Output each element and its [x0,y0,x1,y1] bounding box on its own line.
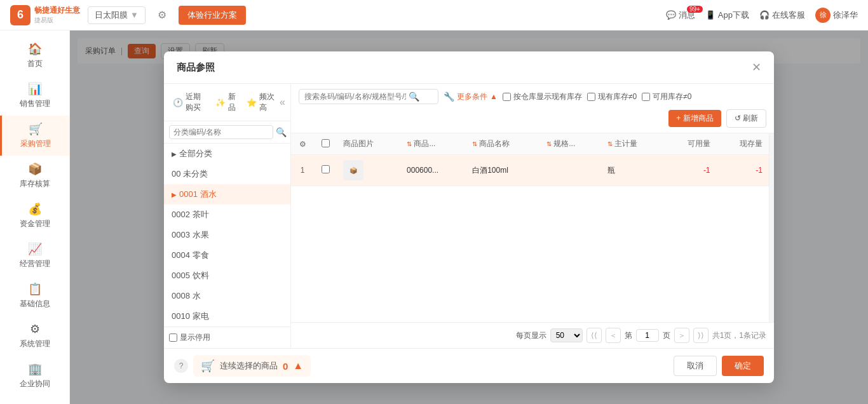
category-0010[interactable]: 0010 家电 [164,306,290,327]
confirm-button[interactable]: 确定 [722,356,764,376]
category-search-area: 🔍 [164,121,290,144]
headset-icon: 🎧 [759,10,770,20]
category-all[interactable]: ▶ 全部分类 [164,144,290,164]
col-code-header[interactable]: ⇅ 商品... [400,133,466,155]
clock-icon: 🕐 [173,98,183,107]
add-product-button[interactable]: + 新增商品 [668,110,721,127]
product-search-icon[interactable]: 🔍 [409,91,419,102]
chevron-down-icon: ▼ [130,10,139,20]
sidebar-item-finance[interactable]: 💰 资金管理 [0,196,69,236]
message-nav[interactable]: 💬 消息 99+ [666,10,695,21]
tab-recent[interactable]: 🕐 近期购买 [169,89,210,116]
col-checkbox-header[interactable] [314,133,337,155]
sidebar-item-basic[interactable]: 📋 基础信息 [0,276,69,316]
modal-close-button[interactable]: ✕ [752,60,761,74]
category-0005[interactable]: 0005 饮料 [164,266,290,286]
gear-icon[interactable]: ⚙ [153,6,171,24]
row-checkbox[interactable] [314,155,337,186]
col-name-header[interactable]: ⇅ 商品名称 [466,133,540,155]
category-search-input[interactable] [169,125,273,139]
sidebar-item-purchase[interactable]: 🛒 采购管理 [0,116,69,156]
cart-text: 连续选择的商品 [220,360,278,372]
inventory-icon: 📦 [28,162,42,176]
available-nonzero-checkbox[interactable] [587,93,595,101]
category-0002[interactable]: 0002 茶叶 [164,205,290,225]
show-disabled-label[interactable]: 显示停用 [169,332,210,343]
page-next-button[interactable]: ＞ [674,328,689,343]
sort-icon: ⇅ [407,140,412,147]
sidebar-item-home[interactable]: 🏠 首页 [0,36,69,76]
help-icon[interactable]: ? [174,359,188,373]
page-label: 第 [625,330,632,341]
table-row[interactable]: 1 📦 000600... 白酒100ml [291,155,769,186]
sales-icon: 📊 [28,82,42,96]
refresh-button[interactable]: ↺ 刷新 [726,109,766,128]
modal-title: 商品参照 [177,62,215,74]
category-0004[interactable]: 0004 零食 [164,245,290,266]
store-selector[interactable]: 日太阳膜 ▼ [88,6,146,24]
available-nonzero-checkbox-label[interactable]: 现有库存≠0 [587,91,637,102]
col-spec-header[interactable]: ⇅ 规格... [540,133,601,155]
toolbar-right: + 新增商品 ↺ 刷新 [668,109,766,128]
sidebar-item-guide[interactable]: 📖 新手引导 [0,396,69,404]
toolbar: 🔍 🔧 更多条件 ▲ 按仓库显示现有库存 [291,84,774,133]
sidebar-item-sales[interactable]: 📊 销售管理 [0,76,69,116]
row-num: 1 [291,155,314,186]
message-icon: 💬 [666,10,676,20]
col-unit-header[interactable]: ⇅ 主计量 [601,133,664,155]
collapse-button[interactable]: « [280,97,285,108]
category-0008[interactable]: 0008 水 [164,286,290,306]
page-first-button[interactable]: ⟨⟨ [587,328,602,343]
filter-icon: 🔧 [444,91,454,102]
sort-icon4: ⇅ [607,140,613,147]
per-page-select[interactable]: 50 10 20 100 [550,328,583,342]
sidebar: 🏠 首页 📊 销售管理 🛒 采购管理 📦 库存核算 💰 资金管理 📈 经营管理 … [0,30,70,404]
chevron-up-icon: ▲ [490,92,498,101]
warehouse-stock-checkbox[interactable] [503,93,511,101]
col-settings-header[interactable]: ⚙ [291,133,314,155]
category-00[interactable]: 00 未分类 [164,164,290,184]
category-search-icon[interactable]: 🔍 [276,127,287,137]
per-page-label: 每页显示 [516,330,546,341]
warehouse-stock-checkbox-label[interactable]: 按仓库显示现有库存 [503,91,582,102]
show-disabled-area: 显示停用 [164,327,290,348]
enterprise-icon: 🏢 [28,362,42,376]
arrow-right-active-icon: ▶ [172,191,177,198]
modal-footer: ? 🛒 连续选择的商品 0 ▲ 取消 确定 [164,348,774,383]
product-search-input[interactable] [304,92,406,101]
category-0003[interactable]: 0003 水果 [164,225,290,245]
tab-frequent[interactable]: ⭐ 频次高 [243,89,278,116]
usable-nonzero-checkbox[interactable] [642,93,650,101]
product-table-container: ⚙ 商品图片 ⇅ 商品... [291,133,774,322]
tab-new[interactable]: ✨ 新品 [212,89,241,116]
cart-area: 🛒 连续选择的商品 0 ▲ [193,355,311,377]
logo: 6 畅捷通好生意 捷易版 [10,5,80,25]
sidebar-item-system[interactable]: ⚙ 系统管理 [0,316,69,356]
show-disabled-checkbox[interactable] [169,333,177,342]
usable-nonzero-checkbox-label[interactable]: 可用库存≠0 [642,91,691,102]
phone-icon: 📱 [705,10,715,20]
category-0001[interactable]: ▶ 0001 酒水 [164,184,290,205]
row-unit: 瓶 [601,155,664,186]
product-table: ⚙ 商品图片 ⇅ 商品... [291,133,769,186]
try-industry-button[interactable]: 体验行业方案 [179,6,246,25]
new-icon: ✨ [215,98,226,107]
product-reference-modal: 商品参照 ✕ 🕐 近期购买 [164,51,774,383]
app-download-nav[interactable]: 📱 App下载 [705,10,749,21]
col-img-header: 商品图片 [337,133,400,155]
select-all-checkbox[interactable] [322,139,330,147]
row-name: 白酒100ml [466,155,540,186]
arrow-right-icon: ▶ [172,151,177,158]
online-service-nav[interactable]: 🎧 在线客服 [759,10,805,21]
sidebar-item-enterprise[interactable]: 🏢 企业协同 [0,356,69,396]
page-input[interactable] [636,329,659,342]
page-last-button[interactable]: ⟩⟩ [693,328,709,343]
more-filters-button[interactable]: 🔧 更多条件 ▲ [444,91,498,102]
sidebar-item-inventory[interactable]: 📦 库存核算 [0,156,69,196]
row-select-checkbox[interactable] [322,165,330,173]
user-nav[interactable]: 徐 徐泽华 [815,8,858,23]
sidebar-item-operations[interactable]: 📈 经营管理 [0,236,69,276]
fold-icon[interactable]: ▲ [293,360,303,372]
page-prev-button[interactable]: ＜ [606,328,621,343]
cancel-button[interactable]: 取消 [674,356,717,376]
